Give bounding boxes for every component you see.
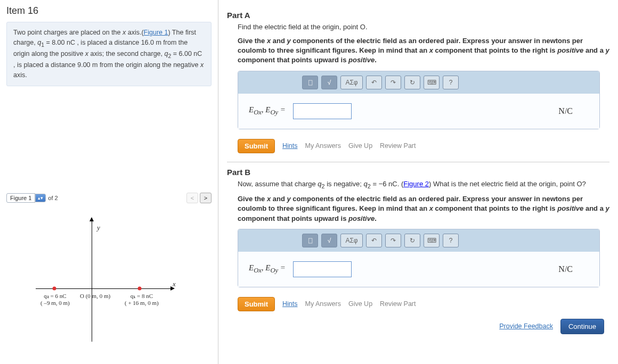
part-b-prompt: Now, assume that charge q2 is negative; … xyxy=(227,180,609,189)
reset-icon[interactable]: ↻ xyxy=(404,76,420,89)
point-q2 xyxy=(53,286,56,290)
sqrt-icon[interactable]: √ xyxy=(321,76,337,89)
figure-count: of 2 xyxy=(48,195,58,201)
problem-statement: Two point charges are placed on the x ax… xyxy=(6,22,212,86)
submit-button-a[interactable]: Submit xyxy=(238,139,275,153)
help-icon[interactable]: ? xyxy=(443,76,459,89)
greek-icon[interactable]: ΑΣφ xyxy=(340,76,363,89)
figure-select[interactable]: Figure 1 xyxy=(6,193,35,203)
submit-button-b[interactable]: Submit xyxy=(238,297,275,311)
undo-icon[interactable]: ↶ xyxy=(366,76,382,89)
reset-icon[interactable]: ↻ xyxy=(404,234,420,247)
help-icon[interactable]: ? xyxy=(443,234,459,247)
part-a-unit: N/C xyxy=(558,106,573,116)
hints-link-a[interactable]: Hints xyxy=(282,142,297,150)
greek-icon[interactable]: ΑΣφ xyxy=(340,234,363,247)
figure-next-button[interactable]: > xyxy=(200,193,212,203)
point-q1 xyxy=(138,286,142,290)
part-b-instructions: Give the x and y components of the elect… xyxy=(227,194,609,224)
my-answers-b[interactable]: My Answers xyxy=(305,300,341,308)
continue-button[interactable]: Continue xyxy=(560,319,604,334)
give-up-b[interactable]: Give Up xyxy=(348,300,372,308)
equation-toolbar-a: ⎕ √ ΑΣφ ↶ ↷ ↻ ⌨ ? xyxy=(238,71,599,94)
provide-feedback-link[interactable]: Provide Feedback xyxy=(499,322,553,330)
part-b-answer-input[interactable] xyxy=(293,261,352,277)
redo-icon[interactable]: ↷ xyxy=(385,76,401,89)
part-a-instructions: Give the x and y components of the elect… xyxy=(227,36,609,65)
part-b-label: Part B xyxy=(227,168,609,177)
item-title: Item 16 xyxy=(6,5,212,16)
template-icon[interactable]: ⎕ xyxy=(302,234,318,247)
template-icon[interactable]: ⎕ xyxy=(302,76,318,89)
give-up-a[interactable]: Give Up xyxy=(348,142,372,150)
sqrt-icon[interactable]: √ xyxy=(321,234,337,247)
figure-select-arrow[interactable]: ▴▾ xyxy=(35,194,46,202)
figure-canvas: y x q₂ = 6 nC( –9 m, 0 m) O (0 m, 0 m) q… xyxy=(6,214,212,363)
my-answers-a[interactable]: My Answers xyxy=(305,142,341,150)
part-a-label: Part A xyxy=(227,11,609,20)
part-a-answer-input[interactable] xyxy=(293,103,352,119)
undo-icon[interactable]: ↶ xyxy=(366,234,382,247)
keyboard-icon[interactable]: ⌨ xyxy=(424,76,440,89)
figure-prev-button[interactable]: < xyxy=(186,193,198,203)
part-a-prompt: Find the electric field at the origin, p… xyxy=(227,23,609,31)
part-b-unit: N/C xyxy=(558,264,573,274)
equation-toolbar-b: ⎕ √ ΑΣφ ↶ ↷ ↻ ⌨ ? xyxy=(238,229,599,252)
review-part-b[interactable]: Review Part xyxy=(380,300,416,308)
part-a-lhs: EOx, EOy = xyxy=(249,105,286,117)
review-part-a[interactable]: Review Part xyxy=(380,142,416,150)
redo-icon[interactable]: ↷ xyxy=(385,234,401,247)
part-b-lhs: EOx, EOy = xyxy=(249,263,286,275)
keyboard-icon[interactable]: ⌨ xyxy=(424,234,440,247)
hints-link-b[interactable]: Hints xyxy=(282,300,297,308)
